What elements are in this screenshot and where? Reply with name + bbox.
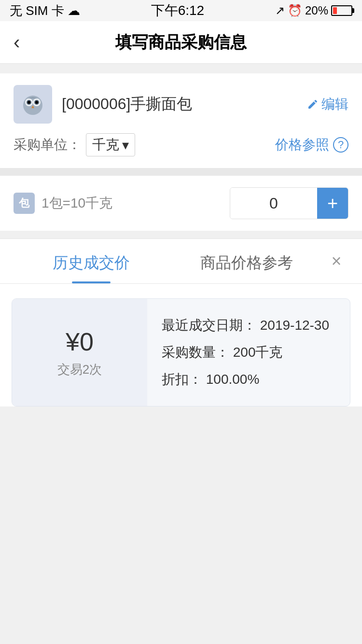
battery-percent: 20% [305, 4, 328, 17]
status-bar: 无 SIM 卡 ☁ 下午6:12 ↗ ⏰ 20% [0, 0, 362, 21]
quantity-input[interactable] [230, 188, 317, 219]
alarm-icon: ⏰ [288, 4, 302, 17]
price-ref-label: 价格参照 [275, 136, 329, 154]
close-icon: × [331, 251, 341, 271]
discount-label: 折扣： [162, 372, 202, 387]
plus-icon: + [327, 193, 338, 214]
unit-conversion-text: 1包=10千克 [42, 194, 112, 212]
tab-close-button[interactable]: × [324, 249, 348, 273]
discount-row: 折扣： 100.00% [162, 370, 335, 389]
tab-history-underline [72, 281, 111, 283]
unit-label: 采购单位： 千克 ▾ [14, 133, 135, 156]
tab-reference[interactable]: 商品价格参考 [169, 239, 324, 283]
recent-date-value: 2019-12-30 [260, 318, 329, 333]
history-price-value: ¥0 [66, 327, 94, 356]
unit-selector[interactable]: 千克 ▾ [86, 133, 135, 156]
purchase-qty-label: 采购数量： [162, 345, 229, 360]
discount-value: 100.00% [206, 372, 260, 387]
quantity-row: 包 1包=10千克 + [0, 176, 362, 231]
bottom-panel: 历史成交价 商品价格参考 × ¥0 交易2次 最近成交日期： 2019-12-3… [0, 238, 362, 406]
section-divider [0, 168, 362, 176]
history-card: ¥0 交易2次 最近成交日期： 2019-12-30 采购数量： 200千克 折… [12, 298, 350, 406]
location-icon: ↗ [275, 4, 285, 17]
dropdown-arrow-icon: ▾ [122, 137, 129, 153]
edit-button[interactable]: 编辑 [307, 95, 348, 113]
history-price-section: ¥0 交易2次 [12, 299, 147, 406]
status-time: 下午6:12 [151, 1, 205, 20]
sim-status: 无 SIM 卡 ☁ [10, 2, 80, 19]
svg-point-5 [28, 101, 30, 104]
price-amount: 0 [80, 328, 94, 356]
product-info-left: [0000006]手撕面包 [14, 85, 192, 124]
product-header: [0000006]手撕面包 编辑 [14, 85, 348, 124]
back-button[interactable]: ‹ [14, 31, 20, 53]
status-left: 无 SIM 卡 ☁ [10, 2, 80, 19]
edit-label: 编辑 [321, 95, 348, 113]
recent-date-row: 最近成交日期： 2019-12-30 [162, 316, 335, 335]
tabs-row: 历史成交价 商品价格参考 × [0, 239, 362, 284]
unit-value: 千克 [92, 136, 119, 154]
svg-point-6 [35, 101, 38, 104]
price-reference-button[interactable]: 价格参照 ? [275, 136, 348, 154]
recent-date-label: 最近成交日期： [162, 318, 256, 333]
tab-history-label: 历史成交价 [53, 252, 130, 274]
product-unit-row: 采购单位： 千克 ▾ 价格参照 ? [14, 133, 348, 156]
help-icon: ? [333, 137, 348, 153]
battery-icon [331, 5, 352, 16]
quantity-plus-button[interactable]: + [317, 188, 348, 219]
back-icon: ‹ [14, 31, 20, 53]
product-thumbnail [14, 85, 52, 124]
purchase-qty-row: 采购数量： 200千克 [162, 343, 335, 362]
purchase-qty-value: 200千克 [233, 345, 283, 360]
currency-symbol: ¥ [66, 328, 80, 356]
tab-history[interactable]: 历史成交价 [14, 239, 169, 283]
tab-reference-label: 商品价格参考 [200, 252, 293, 274]
status-right: ↗ ⏰ 20% [275, 4, 352, 17]
nav-bar: ‹ 填写商品采购信息 [0, 21, 362, 64]
transaction-count: 交易2次 [57, 361, 102, 378]
product-card: [0000006]手撕面包 编辑 采购单位： 千克 ▾ 价格参照 ? [0, 73, 362, 168]
unit-info: 包 1包=10千克 [14, 193, 112, 214]
page-title: 填写商品采购信息 [115, 31, 247, 54]
product-name: [0000006]手撕面包 [62, 94, 192, 115]
quantity-control: + [230, 187, 348, 219]
unit-icon-label: 包 [14, 193, 35, 214]
history-details-section: 最近成交日期： 2019-12-30 采购数量： 200千克 折扣： 100.0… [147, 299, 350, 406]
